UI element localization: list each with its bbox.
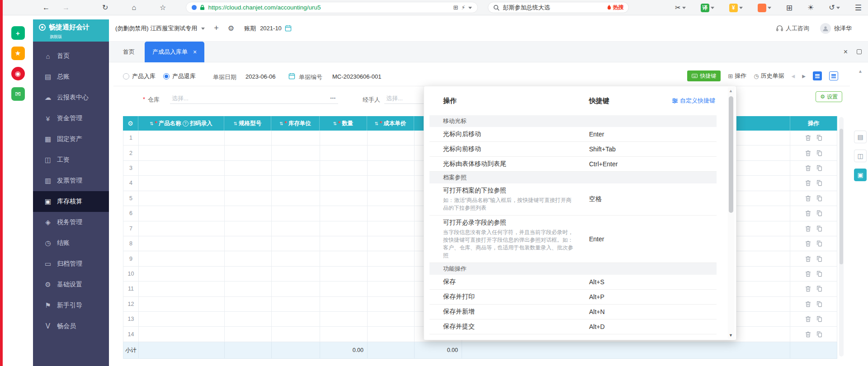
add-account-icon[interactable]: + [214, 23, 219, 33]
chevron-down-icon[interactable] [468, 7, 472, 11]
sidebar-item-tax[interactable]: ◈税务管理 [33, 212, 109, 233]
next-doc-icon[interactable]: ▶ [802, 74, 806, 79]
screenshot-scissors-icon[interactable]: ✂ [675, 4, 686, 12]
qr-code-icon[interactable]: ⊞ [453, 4, 458, 11]
operation-menu[interactable]: ⊞ 操作 [728, 72, 746, 80]
cell-qty[interactable] [320, 191, 368, 206]
delete-row-icon[interactable] [805, 225, 811, 232]
history-docs-button[interactable]: ◷ 历史单据 [754, 72, 784, 80]
cell-qty[interactable] [320, 131, 368, 145]
cell-unit[interactable] [272, 131, 320, 145]
scroll-up-icon[interactable]: ▲ [729, 89, 733, 93]
extension-orange-icon[interactable] [758, 4, 771, 12]
account-set-selector[interactable]: (勿删勿禁用) 江西服宝测试专用 [115, 24, 205, 33]
sort-icon[interactable]: ⇅ [234, 121, 237, 126]
side-panel-doc-button[interactable]: ▣ [854, 169, 867, 181]
delete-row-icon[interactable] [805, 286, 811, 292]
tab-active[interactable]: 产成品入库单 × [145, 42, 204, 62]
panel-scrollbar[interactable]: ▲ ▼ [728, 87, 735, 339]
delete-row-icon[interactable] [805, 301, 811, 307]
cell-qty[interactable] [320, 327, 368, 341]
sidebar-item-membership[interactable]: Ⅴ畅会员 [33, 316, 109, 337]
cell-product[interactable] [139, 236, 225, 251]
side-panel-chart-button[interactable]: ◫ [854, 150, 867, 162]
cell-qty[interactable] [320, 161, 368, 175]
settings-button[interactable]: ⚙ 设置 [816, 91, 842, 102]
cell-price[interactable] [368, 251, 415, 266]
cell-unit[interactable] [272, 251, 320, 266]
col-header-qty[interactable]: ⇅*数量 [320, 116, 367, 131]
cell-qty[interactable] [320, 297, 368, 311]
cell-qty[interactable] [320, 145, 368, 160]
cell-price[interactable] [368, 221, 415, 236]
support-link[interactable]: 人工咨询 [776, 24, 809, 33]
sort-icon[interactable]: ⇅ [333, 121, 337, 126]
cell-price[interactable] [368, 206, 415, 221]
cell-product[interactable] [139, 191, 225, 206]
delete-row-icon[interactable] [805, 180, 811, 186]
cell-unit[interactable] [272, 161, 320, 175]
delete-row-icon[interactable] [805, 195, 811, 202]
sidebar-item-invoice[interactable]: ▥发票管理 [33, 170, 109, 191]
prev-doc-icon[interactable]: ◀ [792, 74, 795, 79]
cell-unit[interactable] [272, 191, 320, 206]
delete-row-icon[interactable] [805, 135, 811, 141]
theme-sun-icon[interactable]: ☀ [807, 4, 814, 11]
radio-checked-icon[interactable] [163, 73, 170, 80]
shortcut-keys-button[interactable]: 快捷键 [687, 70, 721, 81]
cell-product[interactable] [139, 297, 225, 311]
cell-price[interactable] [368, 236, 415, 251]
close-all-tabs-icon[interactable]: × [844, 48, 848, 56]
cell-qty[interactable] [320, 206, 368, 221]
cell-spec[interactable] [225, 267, 272, 281]
delete-row-icon[interactable] [805, 150, 811, 156]
sidebar-item-settings[interactable]: ⚙基础设置 [33, 274, 109, 295]
app-logo[interactable]: 畅捷通好会计 旗舰版 [33, 19, 109, 42]
delete-row-icon[interactable] [805, 331, 811, 338]
cell-spec[interactable] [225, 297, 272, 311]
cell-qty[interactable] [320, 312, 368, 326]
cell-unit[interactable] [272, 327, 320, 341]
dock-mail-icon[interactable]: ✉ [11, 87, 25, 101]
fullscreen-icon[interactable] [857, 49, 862, 54]
cell-spec[interactable] [225, 145, 272, 160]
back-icon[interactable]: ← [42, 4, 50, 11]
dock-star-icon[interactable]: ★ [11, 47, 25, 60]
sidebar-item-funds[interactable]: ¥资金管理 [33, 108, 109, 129]
cell-price[interactable] [368, 267, 415, 281]
sidebar-item-inventory[interactable]: ▣库存核算 [33, 191, 109, 212]
cell-unit[interactable] [272, 236, 320, 251]
col-header-price[interactable]: ⇅*成本单价 [367, 116, 414, 131]
scroll-up-icon[interactable]: ▲ [858, 69, 863, 74]
copy-row-icon[interactable] [816, 180, 822, 186]
browser-search-box[interactable]: 彭斯参加总统大选 热搜 [488, 2, 629, 13]
gear-icon[interactable]: ⚙ [127, 120, 133, 127]
col-header-spec[interactable]: ⇅规格型号 [224, 116, 271, 131]
cell-product[interactable] [139, 327, 225, 341]
cell-spec[interactable] [225, 206, 272, 221]
undo-icon[interactable]: ↺ [829, 4, 840, 11]
cell-unit[interactable] [272, 282, 320, 296]
cell-price[interactable] [368, 176, 415, 190]
delete-row-icon[interactable] [805, 165, 811, 171]
copy-row-icon[interactable] [816, 225, 822, 232]
cell-spec[interactable] [225, 251, 272, 266]
cell-price[interactable] [368, 282, 415, 296]
cell-price[interactable] [368, 327, 415, 341]
menu-icon[interactable]: ☰ [855, 4, 862, 12]
copy-row-icon[interactable] [816, 165, 822, 171]
apps-grid-icon[interactable]: ⊞ [786, 4, 793, 12]
help-icon[interactable]: ? [183, 121, 189, 127]
copy-row-icon[interactable] [816, 301, 822, 307]
copy-row-icon[interactable] [816, 331, 822, 338]
extension-yellow-icon[interactable]: ¥ [729, 4, 743, 12]
detail-view-toggle[interactable] [829, 71, 838, 80]
cell-product[interactable] [139, 206, 225, 221]
delete-row-icon[interactable] [805, 210, 811, 216]
cell-price[interactable] [368, 131, 415, 145]
more-icon[interactable]: ⋯ [330, 95, 336, 102]
cell-product[interactable] [139, 251, 225, 266]
dock-weibo-icon[interactable]: ◉ [11, 67, 25, 80]
cell-product[interactable] [139, 131, 225, 145]
copy-row-icon[interactable] [816, 271, 822, 277]
